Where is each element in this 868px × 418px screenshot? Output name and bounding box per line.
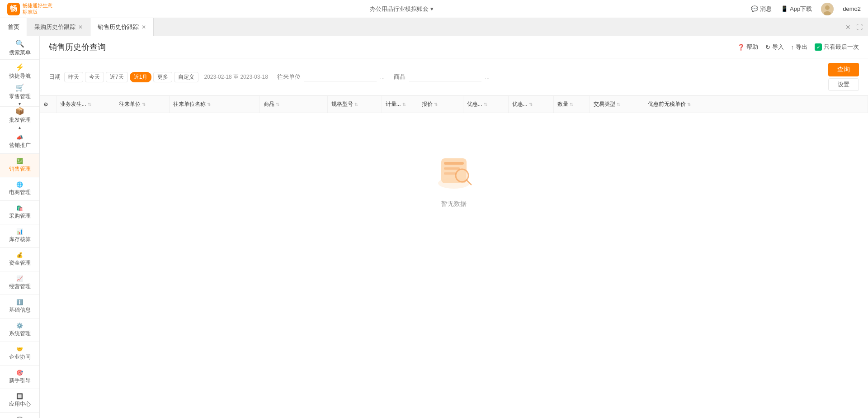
avatar[interactable]	[821, 3, 834, 15]
date-btn-today[interactable]: 今天	[85, 72, 104, 82]
sidebar-item-sales-mgmt[interactable]: 💹 销售管理	[0, 154, 39, 177]
no-data-illustration	[431, 149, 476, 195]
counterpart-dots-icon[interactable]: ...	[380, 74, 385, 80]
sidebar-item-quick-nav[interactable]: ⚡ 快捷导航	[0, 60, 39, 83]
product-filter-group: 商品 ...	[394, 72, 490, 81]
sidebar-item-search-menu[interactable]: 🔍 搜索菜单	[0, 36, 39, 60]
topbar-right: 💬 消息 📱 App下载 demo2	[751, 3, 861, 15]
sidebar-item-finance-mgmt[interactable]: 💰 资金管理	[0, 248, 39, 271]
th-gear[interactable]: ⚙	[40, 96, 56, 113]
th-spec[interactable]: 规格型号 ⇅	[327, 96, 382, 113]
trending-icon: 📈	[16, 276, 23, 282]
sidebar-item-ecommerce-mgmt[interactable]: 🌐 电商管理	[0, 177, 39, 201]
gear-icon: ⚙️	[16, 323, 23, 329]
username[interactable]: demo2	[843, 5, 861, 12]
sidebar-item-marketing[interactable]: 📣 营销推广	[0, 130, 39, 154]
content-area: 销售历史价查询 ❓ 帮助 ↻ 导入 ↑ 导出	[40, 36, 868, 418]
import-button[interactable]: ↻ 导入	[765, 43, 784, 51]
date-btn-yesterday[interactable]: 昨天	[64, 72, 83, 82]
page-header: 销售历史价查询 ❓ 帮助 ↻ 导入 ↑ 导出	[40, 36, 868, 58]
th-unit[interactable]: 计量... ⇅	[382, 96, 418, 113]
search-icon: 🔍	[15, 39, 24, 48]
sidebar-item-retail-mgmt[interactable]: 🛒 零售管理 ▾	[0, 83, 39, 107]
tab-purchase-history-close[interactable]: ✕	[78, 24, 83, 30]
lightning-icon: ⚡	[15, 63, 24, 71]
maximize-icon[interactable]: ⛶	[856, 24, 863, 31]
sort-icon: ⇅	[354, 102, 358, 107]
tab-sales-history-close[interactable]: ✕	[142, 24, 146, 30]
table-settings-icon[interactable]: ⚙	[43, 101, 48, 108]
th-price[interactable]: 报价 ⇅	[418, 96, 463, 113]
th-discount2[interactable]: 优惠... ⇅	[508, 96, 553, 113]
sidebar-item-inventory[interactable]: 📊 库存核算	[0, 224, 39, 248]
tab-sales-history[interactable]: 销售历史价跟踪 ✕	[90, 18, 154, 36]
counterpart-input[interactable]	[304, 72, 377, 81]
sidebar-item-operations-mgmt[interactable]: 📈 经营管理	[0, 271, 39, 295]
apps-icon: 🔲	[16, 393, 23, 399]
megaphone-icon: 📣	[16, 134, 23, 141]
globe-icon: 🌐	[16, 181, 23, 188]
sidebar-item-system-mgmt[interactable]: ⚙️ 系统管理	[0, 318, 39, 342]
help-icon: ❓	[737, 44, 745, 51]
settings-button[interactable]: 设置	[828, 78, 859, 91]
logo-icon: 畅	[7, 3, 20, 15]
tabbar: 首页 采购历史价跟踪 ✕ 销售历史价跟踪 ✕ ✕ ⛶	[0, 18, 868, 36]
tab-home[interactable]: 首页	[0, 18, 27, 36]
sidebar-item-wholesale-mgmt[interactable]: 📦 批发管理 ▴	[0, 107, 39, 130]
sidebar-item-basic-info[interactable]: ℹ️ 基础信息	[0, 295, 39, 318]
app-download-action[interactable]: 📱 App下载	[781, 5, 812, 13]
message-action[interactable]: 💬 消息	[751, 5, 772, 13]
sidebar-item-new-guide[interactable]: 🎯 新手引导	[0, 366, 39, 389]
chevron-down-icon: ▾	[430, 5, 434, 12]
th-counterpart-code[interactable]: 往来单位 ⇅	[115, 96, 169, 113]
product-label: 商品	[394, 73, 406, 81]
empty-text: 暂无数据	[441, 200, 467, 208]
th-discount1[interactable]: 优惠... ⇅	[463, 96, 508, 113]
product-dots-icon[interactable]: ...	[485, 74, 490, 80]
counterpart-label: 往来单位	[277, 73, 301, 81]
sort-icon: ⇅	[687, 102, 691, 107]
box-icon: 📦	[15, 107, 24, 115]
tab-purchase-history[interactable]: 采购历史价跟踪 ✕	[27, 18, 90, 36]
sidebar: 🔍 搜索菜单 ⚡ 快捷导航 🛒 零售管理 ▾ 📦 批发管理 ▴ 📣 营销推广 💹…	[0, 36, 40, 418]
filter-bar: 日期 昨天 今天 近7天 近1月 更多 自定义 2023-02-18 至 202…	[40, 58, 868, 96]
svg-rect-5	[444, 162, 464, 165]
search-button[interactable]: 查询	[828, 63, 859, 76]
export-button[interactable]: ↑ 导出	[791, 43, 808, 51]
money-icon: 💰	[16, 252, 23, 258]
data-table: ⚙ 业务发生... ⇅ 往来单位 ⇅	[40, 96, 868, 113]
message-icon: 💬	[751, 5, 758, 12]
product-input[interactable]	[409, 72, 481, 81]
date-btn-custom[interactable]: 自定义	[174, 72, 198, 82]
empty-state: 暂无数据	[40, 113, 868, 244]
help-button[interactable]: ❓ 帮助	[737, 43, 758, 51]
close-all-icon[interactable]: ✕	[845, 24, 851, 31]
sidebar-item-enterprise-collab[interactable]: 🤝 企业协同	[0, 342, 39, 366]
th-trade-type[interactable]: 交易类型 ⇅	[590, 96, 644, 113]
empty-icon	[431, 149, 476, 195]
topbar-center[interactable]: 办公用品行业模拟账套 ▾	[370, 5, 434, 13]
sidebar-item-purchase-mgmt[interactable]: 🛍️ 采购管理	[0, 201, 39, 224]
th-product[interactable]: 商品 ⇅	[259, 96, 327, 113]
inventory-icon: 📊	[16, 228, 23, 235]
sidebar-item-app-center[interactable]: 🔲 应用中心	[0, 389, 39, 413]
date-btn-more[interactable]: 更多	[153, 72, 172, 82]
sidebar-item-enterprise-wechat[interactable]: 💬 企业微信	[0, 413, 39, 418]
th-pre-tax-price[interactable]: 优惠前无税单价 ⇅	[644, 96, 868, 113]
chart-icon: 💹	[16, 158, 23, 164]
svg-point-1	[825, 5, 830, 10]
workspace-selector[interactable]: 办公用品行业模拟账套 ▾	[370, 5, 434, 13]
counterpart-filter-group: 往来单位 ...	[277, 72, 385, 81]
date-btn-last7days[interactable]: 近7天	[106, 72, 128, 82]
sort-icon: ⇅	[142, 102, 146, 107]
only-last-button[interactable]: 只看最后一次	[815, 43, 859, 51]
table-header: ⚙ 业务发生... ⇅ 往来单位 ⇅	[40, 96, 868, 113]
th-counterpart-name[interactable]: 往来单位名称 ⇅	[169, 96, 259, 113]
checkbox-only-last[interactable]	[815, 43, 822, 51]
logo-text: 畅捷通好生意 标准版	[23, 3, 52, 14]
date-btn-last1month[interactable]: 近1月	[130, 72, 152, 82]
shopping-icon: 🛍️	[16, 205, 23, 211]
th-quantity[interactable]: 数量 ⇅	[553, 96, 590, 113]
sort-icon: ⇅	[88, 102, 91, 107]
th-biz-date[interactable]: 业务发生... ⇅	[56, 96, 115, 113]
